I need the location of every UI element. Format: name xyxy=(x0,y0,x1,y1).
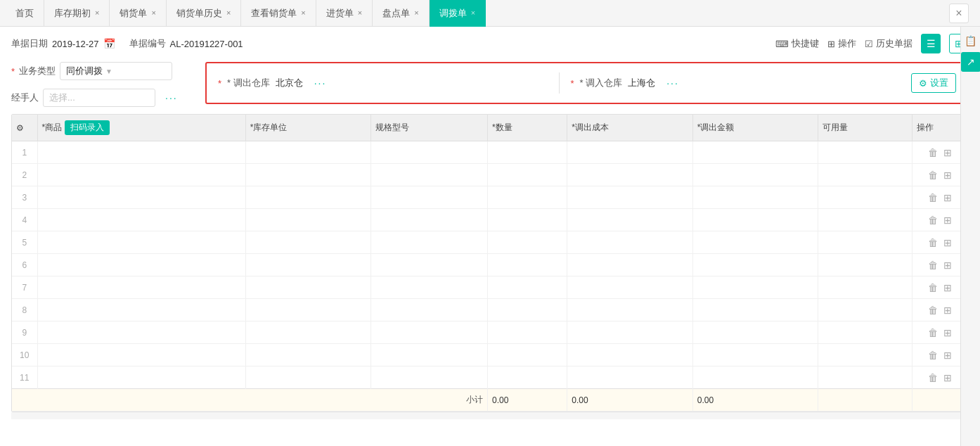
business-type-required: * xyxy=(11,66,15,77)
cell-ops-9: 🗑 ⊞ xyxy=(912,321,968,344)
tab-transfer[interactable]: 调拨单 × xyxy=(430,0,486,27)
cell-amount-8 xyxy=(692,299,818,321)
tab-sales-history-close[interactable]: × xyxy=(226,9,231,17)
cell-spec-1 xyxy=(371,141,488,164)
cell-product-9[interactable] xyxy=(37,321,245,344)
delete-icon-11[interactable]: 🗑 xyxy=(928,372,938,383)
tab-purchase-order[interactable]: 进货单 × xyxy=(316,0,373,27)
tab-inventory-init-close[interactable]: × xyxy=(95,9,99,17)
warehouse-out-more-btn[interactable]: ··· xyxy=(314,77,327,89)
settings-button[interactable]: ⚙ 设置 xyxy=(911,73,956,93)
person-select[interactable]: 选择... xyxy=(43,89,155,107)
cell-unit-10 xyxy=(245,344,370,367)
tab-inventory-init[interactable]: 库存期初 × xyxy=(44,0,110,27)
tab-sales-order-close[interactable]: × xyxy=(151,9,155,17)
cell-ops-6: 🗑 ⊞ xyxy=(912,254,968,276)
operations-action[interactable]: ⊞ 操作 xyxy=(827,37,856,50)
tab-transfer-close[interactable]: × xyxy=(471,9,475,17)
cell-product-1[interactable] xyxy=(37,141,245,164)
delete-icon-8[interactable]: 🗑 xyxy=(928,305,938,316)
copy-icon-7[interactable]: ⊞ xyxy=(943,282,952,293)
copy-icon-6[interactable]: ⊞ xyxy=(943,260,952,271)
tab-transfer-label: 调拨单 xyxy=(439,7,467,20)
th-available: 可用量 xyxy=(818,115,912,141)
copy-icon-5[interactable]: ⊞ xyxy=(943,237,952,248)
warehouse-in-field: * * 调入仓库 上海仓 ··· xyxy=(571,77,901,89)
cell-cost-6 xyxy=(567,254,692,276)
delete-icon-2[interactable]: 🗑 xyxy=(928,170,938,181)
shortcut-action[interactable]: ⌨ 快捷键 xyxy=(775,37,819,50)
scroll-area xyxy=(11,412,969,419)
copy-icon-11[interactable]: ⊞ xyxy=(943,372,952,383)
tab-view-sales[interactable]: 查看销货单 × xyxy=(241,0,316,27)
copy-icon-3[interactable]: ⊞ xyxy=(943,192,952,203)
window-close-button[interactable]: × xyxy=(949,4,969,23)
person-more-btn[interactable]: ··· xyxy=(165,92,178,103)
cell-product-2[interactable] xyxy=(37,164,245,186)
copy-icon-2[interactable]: ⊞ xyxy=(943,170,952,181)
sidebar-export-icon[interactable]: ↗ xyxy=(961,52,981,72)
cell-spec-7 xyxy=(371,276,488,299)
subtotal-row: 小计 0.00 0.00 0.00 xyxy=(12,389,968,412)
warehouse-form-box: * * 调出仓库 北京仓 ··· * * 调入仓库 上海仓 ··· ⚙ 设置 xyxy=(205,62,969,104)
cell-qty-6 xyxy=(488,254,567,276)
calendar-icon[interactable]: 📅 xyxy=(103,38,115,49)
cell-unit-6 xyxy=(245,254,370,276)
tab-purchase-order-close[interactable]: × xyxy=(358,9,362,17)
delete-icon-1[interactable]: 🗑 xyxy=(928,147,938,158)
copy-icon-8[interactable]: ⊞ xyxy=(943,305,952,316)
cell-ops-4: 🗑 ⊞ xyxy=(912,209,968,231)
delete-icon-7[interactable]: 🗑 xyxy=(928,282,938,293)
cell-cost-9 xyxy=(567,321,692,344)
person-label: 经手人 xyxy=(11,91,39,104)
cell-product-11[interactable] xyxy=(37,367,245,389)
delete-icon-10[interactable]: 🗑 xyxy=(928,350,938,361)
business-type-field: * 业务类型 同价调拨 ▼ xyxy=(11,62,194,80)
cell-amount-1 xyxy=(692,141,818,164)
delete-icon-6[interactable]: 🗑 xyxy=(928,260,938,271)
history-label: 历史单据 xyxy=(876,37,913,50)
copy-icon-9[interactable]: ⊞ xyxy=(943,327,952,338)
table-row: 11 🗑 ⊞ xyxy=(12,367,968,389)
copy-icon-10[interactable]: ⊞ xyxy=(943,350,952,361)
cell-ops-3: 🗑 ⊞ xyxy=(912,186,968,209)
copy-icon-1[interactable]: ⊞ xyxy=(943,147,952,158)
tab-view-sales-close[interactable]: × xyxy=(301,9,305,17)
settings-label: 设置 xyxy=(930,77,948,89)
tab-stocktake-close[interactable]: × xyxy=(414,9,418,17)
tab-stocktake[interactable]: 盘点单 × xyxy=(373,0,429,27)
cell-unit-8 xyxy=(245,299,370,321)
cell-product-7[interactable] xyxy=(37,276,245,299)
history-action[interactable]: ☑ 历史单据 xyxy=(865,37,913,50)
header-right: ⌨ 快捷键 ⊞ 操作 ☑ 历史单据 ☰ ⊞ xyxy=(775,34,969,53)
sidebar-notes-icon[interactable]: 📋 xyxy=(962,32,979,49)
cell-ops-10: 🗑 ⊞ xyxy=(912,344,968,367)
delete-icon-3[interactable]: 🗑 xyxy=(928,192,938,203)
cell-available-2 xyxy=(818,164,912,186)
tab-home[interactable]: 首页 xyxy=(6,0,44,27)
cell-spec-11 xyxy=(371,367,488,389)
th-amount: *调出金额 xyxy=(692,115,818,141)
warehouse-in-more-btn[interactable]: ··· xyxy=(666,77,679,89)
tab-sales-history[interactable]: 销货单历史 × xyxy=(167,0,241,27)
th-gear[interactable]: ⚙ xyxy=(12,115,37,141)
cell-product-10[interactable] xyxy=(37,344,245,367)
scan-btn[interactable]: 扫码录入 xyxy=(65,120,110,135)
cell-product-3[interactable] xyxy=(37,186,245,209)
doc-num-field: 单据编号 AL-20191227-001 xyxy=(129,37,243,50)
tab-sales-order[interactable]: 销货单 × xyxy=(110,0,166,27)
th-cost: *调出成本 xyxy=(567,115,692,141)
cell-product-6[interactable] xyxy=(37,254,245,276)
delete-icon-9[interactable]: 🗑 xyxy=(928,327,938,338)
cell-product-5[interactable] xyxy=(37,231,245,254)
tab-view-sales-label: 查看销货单 xyxy=(251,7,297,20)
cell-product-4[interactable] xyxy=(37,209,245,231)
cell-unit-7 xyxy=(245,276,370,299)
delete-icon-4[interactable]: 🗑 xyxy=(928,215,938,226)
cell-product-8[interactable] xyxy=(37,299,245,321)
row-num-3: 3 xyxy=(12,186,37,209)
delete-icon-5[interactable]: 🗑 xyxy=(928,237,938,248)
copy-icon-4[interactable]: ⊞ xyxy=(943,215,952,226)
business-type-select[interactable]: 同价调拨 ▼ xyxy=(60,62,172,80)
view-toggle-list[interactable]: ☰ xyxy=(921,34,941,53)
